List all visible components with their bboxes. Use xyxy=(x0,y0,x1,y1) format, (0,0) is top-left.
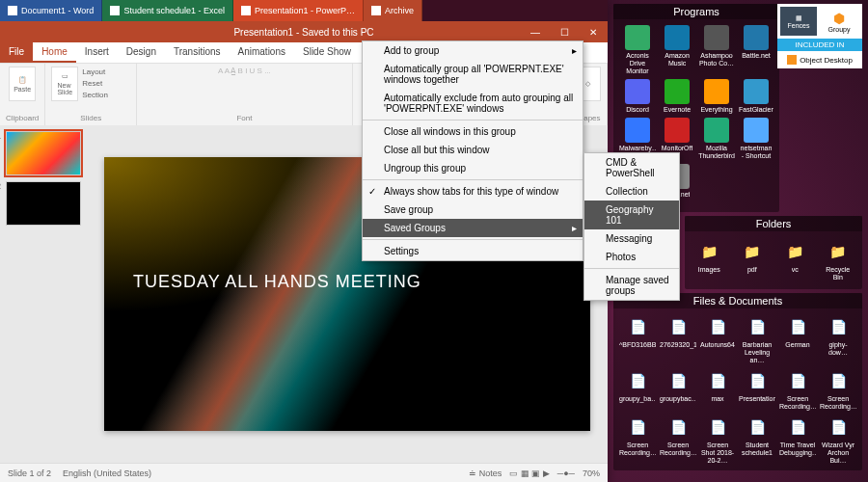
desktop-icon[interactable]: 📁pdf xyxy=(736,239,770,281)
menu-item[interactable]: Close all windows in this group xyxy=(363,122,583,141)
desktop-icon[interactable]: Evernote xyxy=(660,79,694,114)
thumbnail-2[interactable] xyxy=(6,181,81,226)
groupy-logo[interactable]: ⬢Groupy xyxy=(821,7,857,36)
file-icon: 📄 xyxy=(745,415,770,440)
desktop-icon[interactable]: 📁Recycle Bin xyxy=(822,239,855,281)
context-menu: Add to groupAutomatically group all 'POW… xyxy=(362,40,583,261)
desktop-icon[interactable]: 📁Images xyxy=(692,239,726,281)
desktop-icon[interactable]: 📄Wizard Vyr Archon Bui… xyxy=(820,415,856,465)
desktop-icon[interactable]: 📄max xyxy=(700,368,735,411)
desktop-icon[interactable]: 📁vc xyxy=(778,239,812,281)
layout-button[interactable]: Layout xyxy=(82,67,130,78)
groupy-tab[interactable]: Student schedule1 - Excel xyxy=(102,0,233,21)
desktop-icon[interactable]: 📄Student schedule1 xyxy=(739,415,775,465)
file-icon xyxy=(704,25,729,50)
maximize-button[interactable]: ☐ xyxy=(550,21,579,42)
close-button[interactable]: ✕ xyxy=(579,21,608,42)
desktop-icon[interactable]: 📄groupybac… xyxy=(660,368,696,411)
desktop-icon[interactable]: 📄Screen Recording… xyxy=(660,415,696,465)
desktop-icon[interactable]: Everything xyxy=(698,79,735,114)
saved-groups-submenu: CMD & PowerShellCollectionGeography 101M… xyxy=(583,152,680,301)
window-controls: — ☐ ✕ xyxy=(521,21,608,42)
menu-item[interactable]: Add to group xyxy=(363,41,583,60)
file-icon: 📄 xyxy=(785,415,810,440)
ribbon-tab-animations[interactable]: Animations xyxy=(230,42,294,63)
file-icon xyxy=(665,25,690,50)
zoom-level[interactable]: 70% xyxy=(583,469,600,478)
menu-item[interactable]: Always show tabs for this type of window xyxy=(363,182,583,201)
language-status[interactable]: English (United States) xyxy=(63,469,151,478)
desktop-icon[interactable]: 📄Autoruns64 xyxy=(700,314,735,364)
file-icon: 📄 xyxy=(785,368,810,393)
desktop-icon[interactable]: 📄Screen Recording… xyxy=(779,368,816,411)
file-icon xyxy=(704,79,729,104)
menu-item[interactable]: Photos xyxy=(584,248,679,266)
desktop-icon[interactable]: 📄Time Travel Debugging… xyxy=(779,415,816,465)
desktop-icon[interactable]: Battle.net xyxy=(739,25,773,75)
desktop-icon[interactable]: Acronis Drive Monitor xyxy=(619,25,656,75)
desktop-icon[interactable]: 📄Presentation1 xyxy=(739,368,775,411)
menu-item[interactable]: Manage saved groups xyxy=(584,271,679,300)
desktop-icon[interactable]: netsetman - Shortcut xyxy=(739,118,773,160)
menu-item[interactable]: Ungroup this group xyxy=(363,159,583,177)
menu-item[interactable]: Saved Groups xyxy=(363,219,583,237)
zoom-slider[interactable]: ─●─ xyxy=(557,469,575,478)
desktop-icon[interactable]: Amazon Music xyxy=(660,25,694,75)
slide-counter[interactable]: Slide 1 of 2 xyxy=(8,469,51,478)
reset-button[interactable]: Reset xyxy=(82,78,130,90)
file-icon xyxy=(665,118,690,143)
ribbon-tab-slide-show[interactable]: Slide Show xyxy=(294,42,360,63)
menu-item[interactable]: Geography 101 xyxy=(584,201,679,229)
desktop-icon[interactable]: 📄^BFD316BB… xyxy=(619,314,656,364)
menu-item[interactable]: Automatically exclude from auto grouping… xyxy=(363,89,583,118)
groupy-tab[interactable]: Presentation1 - PowerP… xyxy=(233,0,364,21)
desktop-icon[interactable]: FastGlacier xyxy=(739,79,773,114)
desktop-icon[interactable]: Ashampoo Photo Co… xyxy=(698,25,735,75)
desktop-icon[interactable]: 📄groupy_ba… xyxy=(619,368,656,411)
desktop-icon[interactable]: 📄German xyxy=(779,314,816,364)
slide-title-text[interactable]: TUESDAY ALL HANDS MEETING xyxy=(133,272,421,292)
file-icon: 📄 xyxy=(705,314,730,339)
ribbon-tab-file[interactable]: File xyxy=(0,42,33,63)
menu-item[interactable]: Automatically group all 'POWERPNT.EXE' w… xyxy=(363,60,583,89)
file-icon: 📄 xyxy=(745,368,770,393)
desktop-icon[interactable]: Mozilla Thunderbird xyxy=(698,118,735,160)
file-icon xyxy=(744,118,769,143)
title-bar: Presentation1 - Saved to this PC — ☐ ✕ xyxy=(0,21,608,42)
groupy-tab[interactable]: Document1 - Word xyxy=(0,0,102,21)
menu-item[interactable]: Collection xyxy=(584,182,679,201)
object-desktop-link[interactable]: Object Desktop xyxy=(777,51,862,68)
ribbon-tab-design[interactable]: Design xyxy=(118,42,165,63)
ribbon-group-slides: ▭New Slide Layout Reset Section Slides xyxy=(45,64,137,125)
desktop-icon[interactable]: 📄27629320_1… xyxy=(660,314,696,364)
new-slide-button[interactable]: ▭New Slide xyxy=(51,67,78,101)
ribbon-tab-home[interactable]: Home xyxy=(33,42,76,63)
menu-item[interactable]: Save group xyxy=(363,201,583,219)
desktop-icon[interactable]: 📄Screen Shot 2018-20-2… xyxy=(700,415,735,465)
file-icon: 📄 xyxy=(745,314,770,339)
menu-item[interactable]: Messaging xyxy=(584,229,679,248)
file-icon: 📄 xyxy=(826,415,851,440)
section-button[interactable]: Section xyxy=(82,90,130,101)
desktop-icon[interactable]: Discord xyxy=(619,79,656,114)
clipboard-icon: 📋 xyxy=(18,76,27,84)
fences-logo[interactable]: ▦Fences xyxy=(780,7,817,36)
desktop-icon[interactable]: 📄Barbarian Leveling an… xyxy=(739,314,775,364)
file-icon: 📄 xyxy=(785,314,810,339)
menu-item[interactable]: Close all but this window xyxy=(363,141,583,159)
file-icon: 📄 xyxy=(625,415,650,440)
menu-item[interactable]: CMD & PowerShell xyxy=(584,153,679,182)
desktop-icon[interactable]: 📄giphy-dow… xyxy=(820,314,856,364)
desktop-icon[interactable]: 📄Screen Recording… xyxy=(820,368,856,411)
groupy-tab[interactable]: Archive xyxy=(364,0,422,21)
thumbnail-1[interactable] xyxy=(6,131,81,175)
paste-button[interactable]: 📋Paste xyxy=(9,67,36,101)
notes-button[interactable]: ≐ Notes xyxy=(469,469,502,478)
slide-thumbnails: 1 2 xyxy=(0,125,87,463)
view-buttons[interactable]: ▭ ▦ ▣ ▶ xyxy=(509,469,550,478)
ribbon-tab-transitions[interactable]: Transitions xyxy=(165,42,230,63)
minimize-button[interactable]: — xyxy=(521,21,550,42)
desktop-icon[interactable]: 📄Screen Recording… xyxy=(619,415,656,465)
ribbon-tab-insert[interactable]: Insert xyxy=(76,42,118,63)
menu-item[interactable]: Settings xyxy=(363,242,583,260)
